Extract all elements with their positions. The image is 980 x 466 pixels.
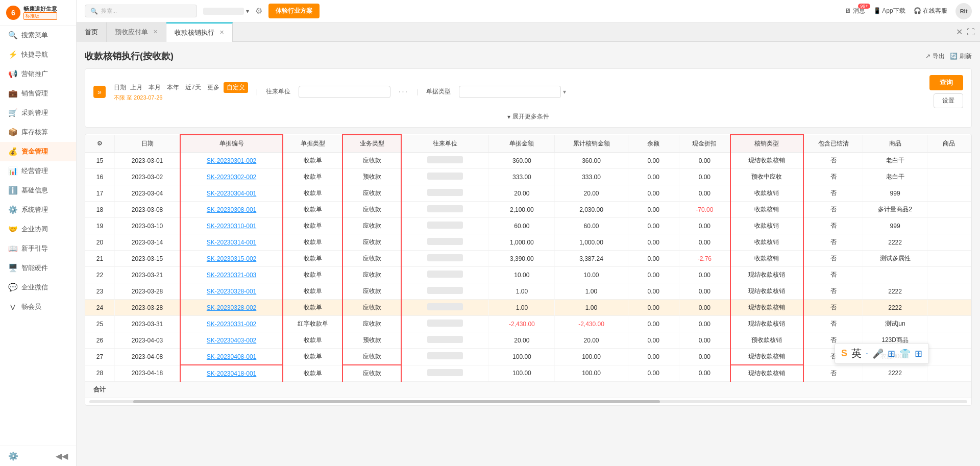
tab-close-prepayment[interactable]: ✕ <box>153 29 158 35</box>
cell-amount: 100.00 <box>489 349 555 365</box>
collapse-icon[interactable]: ◀◀ <box>56 451 68 461</box>
online-service[interactable]: 🎧 在线客服 <box>914 7 947 15</box>
cell-doctype: 收款单 <box>283 365 342 382</box>
tab-prepayment[interactable]: 预收应付单 ✕ <box>107 22 166 42</box>
expand-more-button[interactable]: ▾ 展开更多条件 <box>507 112 549 121</box>
sidebar-item-快捷导航[interactable]: ⚡快捷导航 <box>0 45 76 64</box>
sidebar-label: 销售管理 <box>21 89 48 98</box>
message-badge[interactable]: 🖥 消息 99+ <box>845 7 865 15</box>
th-amount[interactable]: 单据金额 <box>489 135 555 153</box>
table-row[interactable]: 15 2023-03-01 SK-20230301-002 收款单 应收款 36… <box>85 153 971 169</box>
docno-link[interactable]: SK-20230308-001 <box>207 206 256 213</box>
th-partner[interactable]: 往来单位 <box>401 135 489 153</box>
sidebar-item-采购管理[interactable]: 🛒采购管理 <box>0 103 76 122</box>
filter-7days[interactable]: 近7天 <box>183 82 203 93</box>
sidebar-item-企业协同[interactable]: 🤝企业协同 <box>0 219 76 239</box>
filter-this-year[interactable]: 本年 <box>165 82 181 93</box>
filter-card: » 日期 上月 本月 本年 近7天 更多 自定义 不限 至 2023-07-26… <box>85 68 972 128</box>
docno-link[interactable]: SK-20230301-002 <box>207 157 256 164</box>
table-row[interactable]: 20 2023-03-14 SK-20230314-001 收款单 应收款 1,… <box>85 234 971 251</box>
tab-close-verify[interactable]: ✕ <box>219 29 224 36</box>
sidebar-item-搜索菜单[interactable]: 🔍搜索菜单 <box>0 26 76 45</box>
sidebar-item-畅会员[interactable]: V畅会员 <box>0 297 76 316</box>
th-goods2[interactable]: 商品 <box>927 135 971 153</box>
filter-doctype-input[interactable] <box>459 86 561 98</box>
docno-link[interactable]: SK-20230304-001 <box>207 190 256 197</box>
query-button[interactable]: 查询 <box>929 75 963 90</box>
tab-home[interactable]: 首页 <box>77 22 107 42</box>
filter-this-month[interactable]: 本月 <box>146 82 163 93</box>
docno-link[interactable]: SK-20230418-001 <box>207 370 256 377</box>
sidebar-label: 企业协同 <box>21 225 48 234</box>
refresh-button[interactable]: 🔄 刷新 <box>950 52 972 61</box>
docno-link[interactable]: SK-20230408-001 <box>207 353 256 360</box>
industry-solution-button[interactable]: 体验行业方案 <box>268 4 320 18</box>
cell-goods2 <box>927 365 971 382</box>
sidebar-item-基础信息[interactable]: ℹ️基础信息 <box>0 181 76 200</box>
table-row[interactable]: 18 2023-03-08 SK-20230308-001 收款单 应收款 2,… <box>85 202 971 218</box>
main-area: 🔍 搜索... ▾ ⚙ 体验行业方案 🖥 消息 99+ 📱 App下载 🎧 在线… <box>77 0 980 466</box>
topbar-search[interactable]: 🔍 搜索... <box>85 5 197 17</box>
th-docno[interactable]: 单据编号 <box>180 135 283 153</box>
settings-icon[interactable]: ⚙️ <box>8 451 18 461</box>
user-avatar[interactable]: Rit <box>955 3 972 19</box>
th-date[interactable]: 日期 <box>114 135 180 153</box>
filter-toggle-button[interactable]: » <box>93 86 106 98</box>
sidebar-item-系统管理[interactable]: ⚙️系统管理 <box>0 200 76 219</box>
th-includedc[interactable]: 包含已结清 <box>803 135 863 153</box>
tab-verify[interactable]: 收款核销执行 ✕ <box>166 22 233 42</box>
filter-partner-input[interactable] <box>299 86 390 98</box>
filter-last-month[interactable]: 上月 <box>128 82 144 93</box>
docno-link[interactable]: SK-20230302-002 <box>207 174 256 181</box>
sidebar-item-新手引导[interactable]: 📖新手引导 <box>0 239 76 258</box>
th-goods[interactable]: 商品 <box>863 135 927 153</box>
docno-link[interactable]: SK-20230328-002 <box>207 304 256 311</box>
docno-link[interactable]: SK-20230403-002 <box>207 337 256 344</box>
table-row[interactable]: 27 2023-04-08 SK-20230408-001 收款单 应收款 10… <box>85 349 971 365</box>
export-button[interactable]: ↗ 导出 <box>925 52 945 61</box>
docno-link[interactable]: SK-20230310-001 <box>207 223 256 230</box>
sidebar-item-营销推广[interactable]: 📢营销推广 <box>0 64 76 84</box>
filter-more-date[interactable]: 更多 <box>205 82 222 93</box>
docno-link[interactable]: SK-20230328-001 <box>207 288 256 295</box>
th-biztype[interactable]: 业务类型 <box>342 135 401 153</box>
filter-custom[interactable]: 自定义 <box>224 82 248 93</box>
app-download[interactable]: 📱 App下载 <box>873 7 905 15</box>
docno-link[interactable]: SK-20230321-003 <box>207 272 256 279</box>
docno-link[interactable]: SK-20230315-002 <box>207 255 256 262</box>
th-verifytype[interactable]: 核销类型 <box>730 135 803 153</box>
table-row[interactable]: 24 2023-03-28 SK-20230328-002 收款单 应收款 1.… <box>85 300 971 316</box>
table-row[interactable]: 22 2023-03-21 SK-20230321-003 收款单 应收款 10… <box>85 267 971 283</box>
table-row[interactable]: 19 2023-03-10 SK-20230310-001 收款单 应收款 60… <box>85 218 971 234</box>
th-doctype[interactable]: 单据类型 <box>283 135 342 153</box>
table-row[interactable]: 21 2023-03-15 SK-20230315-002 收款单 应收款 3,… <box>85 251 971 267</box>
docno-link[interactable]: SK-20230331-002 <box>207 321 256 328</box>
table-row[interactable]: 26 2023-04-03 SK-20230403-002 收款单 预收款 20… <box>85 332 971 349</box>
horizontal-scrollbar[interactable] <box>89 400 967 403</box>
table-row[interactable]: 28 2023-04-18 SK-20230418-001 收款单 应收款 10… <box>85 365 971 382</box>
table-row[interactable]: 25 2023-03-31 SK-20230331-002 红字收款单 应收款 … <box>85 316 971 332</box>
sidebar-logo: 6 畅康道好生意 标推版 <box>0 0 76 26</box>
docno-link[interactable]: SK-20230314-001 <box>207 239 256 246</box>
table-row[interactable]: 16 2023-03-02 SK-20230302-002 收款单 预收款 33… <box>85 169 971 185</box>
doctype-dropdown-icon[interactable]: ▾ <box>563 88 566 95</box>
th-balance[interactable]: 余额 <box>628 135 679 153</box>
sidebar-item-库存核算[interactable]: 📦库存核算 <box>0 122 76 142</box>
gear-icon[interactable]: ⚙ <box>255 6 262 16</box>
table-row[interactable]: 23 2023-03-28 SK-20230328-001 收款单 应收款 1.… <box>85 283 971 300</box>
sidebar-icon: ⚙️ <box>8 205 17 214</box>
sidebar-item-企业微信[interactable]: 💬企业微信 <box>0 278 76 297</box>
sidebar-item-资金管理[interactable]: 💰资金管理 <box>0 142 76 161</box>
th-cumverify[interactable]: 累计核销金额 <box>555 135 628 153</box>
th-settings[interactable]: ⚙ <box>85 135 114 153</box>
topbar-dropdown[interactable]: ▾ <box>203 8 249 15</box>
scrollbar-thumb[interactable] <box>133 400 660 403</box>
table-row[interactable]: 17 2023-03-04 SK-20230304-001 收款单 应收款 20… <box>85 185 971 202</box>
sidebar-item-智能硬件[interactable]: 🖥️智能硬件 <box>0 258 76 278</box>
tab-close-all-icon[interactable]: ✕ <box>956 27 963 37</box>
tab-expand-icon[interactable]: ⛶ <box>967 28 975 37</box>
sidebar-item-经营管理[interactable]: 📊经营管理 <box>0 161 76 181</box>
sidebar-item-销售管理[interactable]: 💼销售管理 <box>0 84 76 103</box>
th-cashdiscount[interactable]: 现金折扣 <box>679 135 730 153</box>
settings-button[interactable]: 设置 <box>934 93 963 108</box>
